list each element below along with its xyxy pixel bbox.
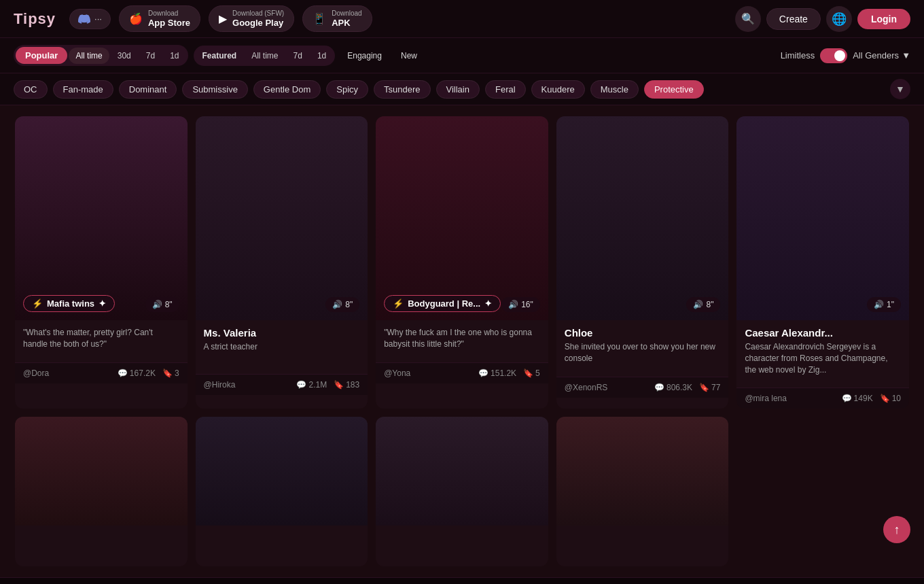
discord-icon [78,13,90,25]
tag-bar: OC Fan-made Dominant Submissive Gentle D… [0,73,924,105]
tag-spicy[interactable]: Spicy [326,80,368,99]
card-name-4: Chloe [565,327,593,339]
discord-label: ··· [94,14,102,24]
featured-all-time[interactable]: All time [245,48,285,64]
chevron-down-icon: ▼ [902,50,910,61]
create-button[interactable]: Create [766,8,821,30]
card-author-5: @mira lena [745,394,787,403]
bookmarks-count-2: 183 [346,380,359,390]
lightning-icon-1: ⚡ [32,298,43,309]
popular-all-time[interactable]: All time [69,48,109,64]
search-icon: 🔍 [741,12,755,25]
comments-count-4: 806.3K [667,383,692,392]
language-button[interactable]: 🌐 [826,6,852,32]
tag-feral[interactable]: Feral [485,80,526,99]
card-author-4: @XenonRS [565,383,608,392]
card-row2-1[interactable] [15,417,188,566]
all-genders-button[interactable]: All Genders ▼ [853,50,910,61]
chat-icon-3: 💬 [478,368,488,378]
card-image-8 [376,417,548,526]
download-apk-main: APK [332,18,361,29]
card-footer-4: @XenonRS 💬 806.3K 🔖 77 [556,377,729,398]
card-footer-1: @Dora 💬 167.2K 🔖 3 [15,362,188,383]
card-row2-4[interactable] [556,417,729,566]
discord-button[interactable]: ··· [69,9,111,29]
google-play-icon: ▶ [219,12,227,25]
all-genders-label: All Genders [853,50,899,61]
new-filter[interactable]: New [394,48,424,64]
card-info-4: Chloe She invited you over to show you h… [556,320,729,377]
card-image-4: 🔊 8" [556,116,729,320]
featured-filter[interactable]: Featured [196,48,244,64]
tag-submissive[interactable]: Submissive [182,80,247,99]
card-row2-2[interactable] [196,417,368,566]
bookmark-icon-4: 🔖 [699,383,709,392]
download-apk-button[interactable]: 📱 Download APK [302,5,372,33]
speaker-icon-4: 🔊 [693,300,703,309]
lightning-icon-3: ⚡ [393,298,404,309]
tag-oc[interactable]: OC [14,80,48,99]
card-footer-5: @mira lena 💬 149K 🔖 10 [736,388,909,409]
tag-gentle-dom[interactable]: Gentle Dom [253,80,321,99]
download-google-button[interactable]: ▶ Download (SFW) Google Play [209,5,294,33]
header-right: 🔍 Create 🌐 Login [735,6,910,32]
search-button[interactable]: 🔍 [735,6,761,32]
scroll-to-top-button[interactable]: ↑ [883,516,910,543]
card-image-6 [15,417,188,526]
tag-villain[interactable]: Villain [436,80,480,99]
tag-fan-made[interactable]: Fan-made [53,80,113,99]
filter-bar: Popular All time 30d 7d 1d Featured All … [0,38,924,73]
sparkle-icon-1: ✦ [99,298,106,309]
card-ms-valeria[interactable]: 🔊 8" Ms. Valeria A strict teacher @Hirok… [196,116,368,409]
logo: Tipsy [14,10,56,28]
card-voices-count-5: 1" [887,300,894,309]
engaging-filter[interactable]: Engaging [340,48,389,64]
card-image-9 [556,417,729,526]
popular-1d[interactable]: 1d [163,48,185,64]
card-mafia-twins[interactable]: ⚡ Mafia twins ✦ 🔊 8" "What's the matter,… [15,116,188,409]
featured-1d[interactable]: 1d [310,48,333,64]
tag-tsundere[interactable]: Tsundere [374,80,430,99]
card-name-badge-3: ⚡ Bodyguard | Re... ✦ [384,295,501,312]
popular-7d[interactable]: 7d [139,48,162,64]
card-desc-3: "Why the fuck am I the one who is gonna … [384,327,540,350]
limitless-label: Limitless [781,50,815,61]
download-appstore-button[interactable]: 🍎 Download App Store [119,5,200,33]
tag-muscle[interactable]: Muscle [590,80,639,99]
download-apk-small: Download [332,10,361,18]
arrow-up-icon: ↑ [894,523,900,537]
limitless-toggle[interactable] [820,48,847,63]
bookmark-icon-2: 🔖 [334,380,344,390]
card-bodyguard[interactable]: ⚡ Bodyguard | Re... ✦ 🔊 16" "Why the fuc… [376,116,548,409]
card-caesar[interactable]: 🔊 1" Caesar Alexandr... Caesar Alexandro… [736,116,909,409]
chat-icon-1: 💬 [118,368,128,378]
card-voices-badge-1: 🔊 8" [145,297,179,312]
tag-dominant[interactable]: Dominant [119,80,177,99]
card-bookmarks-2: 🔖 183 [334,380,359,390]
expand-tags-button[interactable]: ▼ [890,79,910,99]
popular-filter[interactable]: Popular [16,47,67,64]
featured-7d[interactable]: 7d [287,48,309,64]
card-voices-count-1: 8" [165,300,173,309]
card-row2-3[interactable] [376,417,548,566]
tag-kuudere[interactable]: Kuudere [531,80,585,99]
card-image-3: ⚡ Bodyguard | Re... ✦ 🔊 16" [376,116,548,320]
bookmark-icon-5: 🔖 [880,394,890,403]
card-chloe[interactable]: 🔊 8" Chloe She invited you over to show … [556,116,729,409]
card-comments-3: 💬 151.2K [478,368,516,378]
download-appstore-main: App Store [148,18,190,29]
download-google-main: Google Play [232,18,284,29]
tag-protective[interactable]: Protective [644,80,704,99]
card-name-row-2: Ms. Valeria [204,327,360,339]
card-stats-4: 💬 806.3K 🔖 77 [654,383,720,392]
popular-filter-group: Popular All time 30d 7d 1d [14,45,188,66]
card-stats-1: 💬 167.2K 🔖 3 [118,368,179,378]
popular-30d[interactable]: 30d [111,48,138,64]
card-author-3: @Yona [384,368,410,378]
chat-icon-2: 💬 [296,380,306,390]
footer: Supported Cards | Privacy Policy Terms o… [0,577,924,584]
login-button[interactable]: Login [857,9,910,29]
card-stats-2: 💬 2.1M 🔖 183 [296,380,359,390]
bookmarks-count-1: 3 [175,368,179,378]
comments-count-5: 149K [854,394,873,403]
